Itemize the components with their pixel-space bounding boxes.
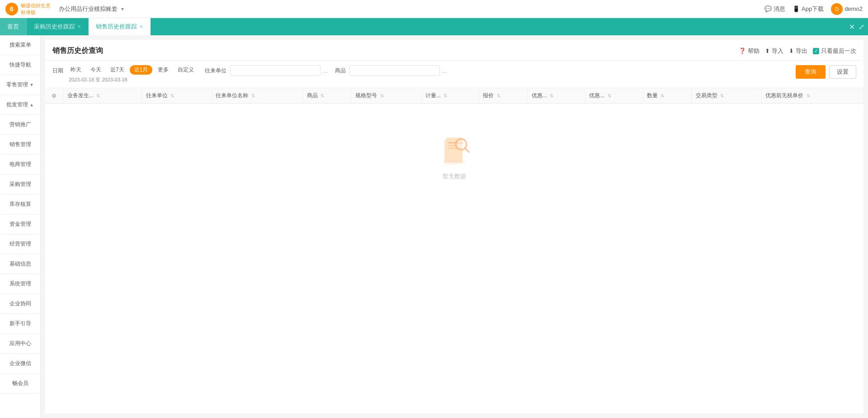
app-download-btn[interactable]: 📱 App下载 [793,5,824,13]
sidebar-item-appcenter-label: 应用中心 [9,340,31,347]
svg-point-9 [459,142,461,144]
message-icon: 💬 [764,5,772,12]
tab-sales-history[interactable]: 销售历史价跟踪 × [89,18,151,35]
svg-line-8 [465,148,469,152]
partner-filter-label: 往来单位 [205,65,226,75]
sidebar-item-retail[interactable]: 零售管理 ▼ [0,75,40,95]
sidebar-item-purchase[interactable]: 采购管理 [0,175,40,195]
export-icon: ⬇ [789,48,794,54]
svg-rect-3 [448,142,459,143]
date-btn-yesterday[interactable]: 昨天 [67,65,85,75]
sidebar-item-base-label: 基础信息 [9,261,31,268]
sidebar-item-system[interactable]: 系统管理 [0,274,40,294]
help-btn[interactable]: ❓ 帮助 [739,47,760,55]
sort-arrows-biz-date[interactable]: ⇅ [96,93,100,98]
sort-arrows-pretax[interactable]: ⇅ [807,93,810,98]
sidebar-item-member[interactable]: 畅会员 [0,374,40,394]
col-discount2: 优惠... ⇅ [585,88,643,104]
sidebar-item-ecom[interactable]: 电商管理 [0,155,40,175]
tab-bar: 首页 采购历史价跟踪 × 销售历史价跟踪 × ✕ ⤢ [0,18,868,35]
page-header-actions: ❓ 帮助 ⬆ 导入 ⬇ 导出 ✓ 只看最后一次 [739,47,856,55]
sidebar-item-sales[interactable]: 销售管理 [0,135,40,155]
col-goods: 商品 ⇅ [303,88,352,104]
sidebar-item-base[interactable]: 基础信息 [0,254,40,274]
goods-dots[interactable]: ... [442,67,447,74]
tab-home-label: 首页 [7,23,19,31]
only-last-checkbox[interactable]: ✓ 只看最后一次 [813,47,856,55]
query-button[interactable]: 查询 [796,65,826,79]
empty-illustration [436,131,472,167]
date-btn-more[interactable]: 更多 [154,65,172,75]
sidebar-item-finance-label: 资金管理 [9,221,31,228]
sort-arrows-quote[interactable]: ⇅ [497,93,500,98]
message-btn[interactable]: 💬 消息 [764,5,785,13]
sidebar-item-ecom-label: 电商管理 [9,161,31,168]
svg-point-7 [458,141,465,148]
sidebar-wholesale-arrow: ▲ [29,102,34,108]
user-area[interactable]: D demo2 [831,3,863,15]
filter-area: 日期 昨天 今天 近7天 近1月 更多 自定义 2023-02-18 至 202… [45,61,863,88]
tab-close-window[interactable]: ✕ [849,23,855,31]
data-table: ⚙ 业务发生... ⇅ 往来单位 ⇅ 往来单位名称 [45,88,863,104]
tab-purchase-close[interactable]: × [78,24,81,30]
tab-purchase-history[interactable]: 采购历史价跟踪 × [27,18,89,35]
sort-arrows-discount1[interactable]: ⇅ [550,93,553,98]
sidebar: 搜索菜单 快捷导航 零售管理 ▼ 批发管理 ▲ 营销推广 销售管理 电商管理 采… [0,35,41,418]
partner-input-group: ... [230,65,328,76]
sidebar-item-appcenter[interactable]: 应用中心 [0,334,40,354]
top-bar-left: 6 畅捷信好生意 标准版 办公用品行业模拟账套 ▾ [5,2,124,15]
date-btn-custom[interactable]: 自定义 [174,65,198,75]
sidebar-item-quick-nav[interactable]: 快捷导航 [0,55,40,75]
col-qty: 数量 ⇅ [643,88,692,104]
export-btn[interactable]: ⬇ 导出 [789,47,807,55]
date-range-text: 2023-02-18 至 2023-03-18 [69,76,198,83]
sidebar-item-enterprise[interactable]: 企业协同 [0,294,40,314]
sidebar-item-finance[interactable]: 资金管理 [0,214,40,234]
app-title: 办公用品行业模拟账套 [59,5,118,13]
sidebar-item-marketing[interactable]: 营销推广 [0,115,40,135]
sidebar-item-inventory[interactable]: 库存核算 [0,195,40,214]
partner-input[interactable] [230,65,321,76]
date-btn-today[interactable]: 今天 [87,65,105,75]
sidebar-item-newuser[interactable]: 新手引导 [0,314,40,334]
settings-button[interactable]: 设置 [829,65,856,79]
sort-arrows-qty[interactable]: ⇅ [660,93,664,98]
import-btn[interactable]: ⬆ 导入 [765,47,783,55]
sort-arrows-partner-name[interactable]: ⇅ [251,93,255,98]
date-btn-1month[interactable]: 近1月 [130,65,153,75]
import-label: 导入 [772,47,783,55]
partner-dots[interactable]: ... [322,67,328,74]
column-settings-icon[interactable]: ⚙ [52,93,57,99]
help-icon: ❓ [739,48,746,54]
goods-input[interactable] [349,65,440,76]
tab-sales-close[interactable]: × [140,24,143,30]
sort-arrows-spec[interactable]: ⇅ [380,93,384,98]
partner-filter-group: 往来单位 ... [205,65,328,76]
col-trade-type: 交易类型 ⇅ [692,88,762,104]
col-discount1: 优惠... ⇅ [528,88,585,104]
sort-arrows-trade[interactable]: ⇅ [720,93,724,98]
sidebar-item-ops[interactable]: 经营管理 [0,234,40,254]
sidebar-item-search-menu[interactable]: 搜索菜单 [0,35,40,55]
sort-arrows-goods[interactable]: ⇅ [321,93,324,98]
sort-arrows-partner[interactable]: ⇅ [170,93,174,98]
date-btn-last7[interactable]: 近7天 [107,65,128,75]
logo-icon: 6 [5,3,18,15]
sidebar-item-ops-label: 经营管理 [9,241,31,248]
checkbox-checked-icon: ✓ [813,48,819,54]
sidebar-item-wholesale[interactable]: 批发管理 ▲ [0,95,40,115]
sidebar-item-retail-label: 零售管理 [6,81,28,89]
sort-arrows-discount2[interactable]: ⇅ [608,93,611,98]
sidebar-item-wechat[interactable]: 企业微信 [0,354,40,374]
svg-point-10 [461,142,462,144]
date-buttons: 昨天 今天 近7天 近1月 更多 自定义 [67,65,198,75]
col-pretax: 优惠前无税单价 ⇅ [762,88,863,104]
app-dropdown[interactable]: ▾ [121,6,124,12]
sort-arrows-unit[interactable]: ⇅ [443,93,447,98]
sidebar-item-enterprise-label: 企业协同 [9,300,31,308]
tab-maximize[interactable]: ⤢ [859,23,864,31]
tab-home[interactable]: 首页 [0,18,27,35]
date-filter-dates: 昨天 今天 近7天 近1月 更多 自定义 2023-02-18 至 2023-0… [67,65,198,83]
col-biz-date: 业务发生... ⇅ [63,88,142,104]
goods-filter-group: 商品 ... [335,65,447,76]
